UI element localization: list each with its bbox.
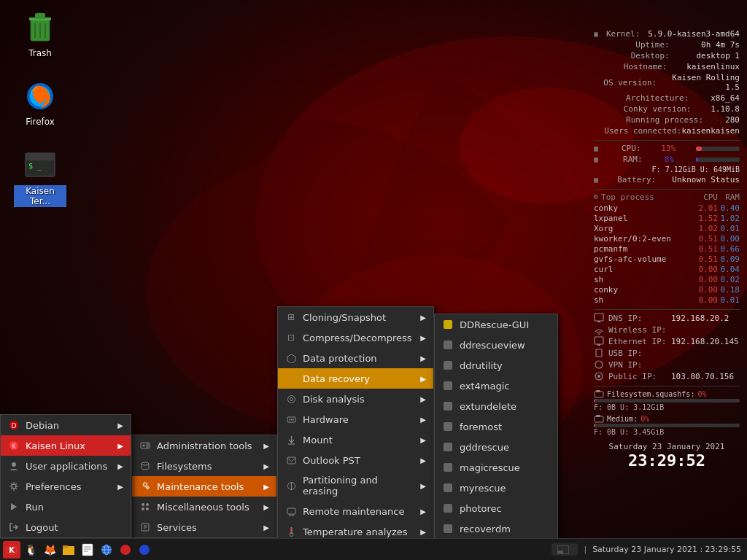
- taskbar-right-area: | Saturday 23 January 2021 : 23:29:55: [546, 543, 747, 556]
- svg-point-42: [142, 462, 149, 465]
- menu-item-recoverdm[interactable]: recoverdm: [435, 518, 557, 539]
- svg-point-35: [12, 484, 16, 489]
- kaisen-icon: K: [8, 440, 20, 451]
- menu-item-logout[interactable]: Logout: [1, 517, 131, 537]
- photorec-icon: [442, 502, 454, 514]
- svg-text:D: D: [12, 422, 17, 429]
- svg-point-44: [146, 503, 149, 506]
- menu-item-ddrescueview[interactable]: ddrescueview: [435, 335, 557, 355]
- taskbar-app-penguin[interactable]: 🐧: [22, 541, 39, 559]
- menu-item-foremost[interactable]: foremost: [435, 416, 557, 437]
- menu-item-filesystems[interactable]: Filesystems ▶: [132, 456, 276, 476]
- taskbar-window-item[interactable]: [551, 543, 578, 556]
- compress-icon: ⊡: [285, 332, 297, 343]
- menu-item-remote[interactable]: Remote maintenance ▶: [278, 501, 433, 521]
- run-label: Run: [26, 502, 44, 513]
- ddrutility-label: ddrutility: [460, 360, 503, 371]
- debian-arrow: ▶: [117, 421, 123, 429]
- preferences-icon: [8, 481, 20, 492]
- temperature-icon: [285, 526, 297, 537]
- ext4magic-label: ext4magic: [460, 381, 509, 392]
- data-recovery-icon: [285, 373, 297, 384]
- menu-item-run[interactable]: Run: [1, 497, 131, 517]
- hardware-icon: [285, 413, 297, 425]
- magicrescue-icon: [442, 462, 454, 473]
- menu-item-compress[interactable]: ⊡ Compress/Decompress ▶: [278, 327, 433, 348]
- ext4magic-icon: [442, 380, 454, 392]
- menu-item-partitioning[interactable]: Partitioning and erasing ▶: [278, 470, 433, 501]
- ddrescue-gui-icon: [442, 319, 454, 330]
- menu-item-admin[interactable]: Administration tools ▶: [132, 435, 276, 456]
- svg-point-54: [289, 419, 290, 420]
- menu-item-photorec[interactable]: photorec: [435, 498, 557, 518]
- main-menu: D Debian ▶ K Kaisen Linux ▶ User applica…: [0, 414, 131, 538]
- mount-icon: [285, 434, 297, 446]
- myrescue-label: myrescue: [460, 483, 506, 494]
- outlook-label: Outlook PST: [303, 455, 360, 466]
- menu-item-myrescue[interactable]: myrescue: [435, 478, 557, 498]
- mount-label: Mount: [303, 435, 333, 446]
- myrescue-icon: [442, 482, 454, 494]
- debian-icon: D: [8, 419, 20, 431]
- run-icon: [8, 501, 20, 513]
- taskbar-app-text[interactable]: [79, 541, 96, 559]
- partitioning-icon: [285, 480, 297, 491]
- menu-item-mount[interactable]: Mount ▶: [278, 429, 433, 450]
- preferences-label: Preferences: [26, 481, 81, 492]
- extundelete-label: extundelete: [460, 401, 516, 412]
- menu-item-ddrutility[interactable]: ddrutility: [435, 355, 557, 376]
- ddrescueview-label: ddrescueview: [460, 340, 525, 351]
- svg-rect-96: [557, 551, 563, 553]
- svg-point-52: [290, 397, 293, 400]
- taskbar-app-red-circle[interactable]: [117, 541, 134, 559]
- taskbar-separator: |: [584, 545, 587, 554]
- menu-item-disk[interactable]: Disk analysis ▶: [278, 389, 433, 409]
- temperature-label: Temperature analyzes: [303, 526, 408, 537]
- menu-item-debian[interactable]: D Debian ▶: [1, 415, 131, 435]
- gddrescue-icon: [442, 441, 454, 453]
- menu-item-gddrescue[interactable]: gddrescue: [435, 437, 557, 457]
- menu-item-ddrescue-gui[interactable]: DDRescue-GUI: [435, 314, 557, 335]
- kaisen-arrow: ▶: [117, 442, 123, 450]
- data-recovery-label: Data recovery: [303, 373, 370, 384]
- menu-item-cloning[interactable]: ⊞ Cloning/Snapshot ▶: [278, 307, 433, 327]
- svg-point-45: [142, 508, 144, 510]
- menu-overlay: D Debian ▶ K Kaisen Linux ▶ User applica…: [0, 0, 747, 560]
- services-label: Services: [157, 522, 197, 533]
- menu-item-magicrescue[interactable]: magicrescue: [435, 457, 557, 478]
- kaisen-label: Kaisen Linux: [26, 440, 85, 451]
- menu-item-maintenance[interactable]: Maintenance tools ▶: [132, 476, 276, 497]
- taskbar-app-globe[interactable]: [98, 541, 115, 559]
- kaisen-submenu: Administration tools ▶ Filesystems ▶ Mai…: [131, 435, 277, 538]
- maintenance-label: Maintenance tools: [157, 481, 244, 492]
- svg-point-46: [146, 508, 149, 510]
- menu-item-extundelete[interactable]: extundelete: [435, 396, 557, 416]
- menu-item-outlook[interactable]: Outlook PST ▶: [278, 450, 433, 470]
- ddrutility-icon: [442, 359, 454, 371]
- menu-item-misc[interactable]: Miscellaneous tools ▶: [132, 497, 276, 517]
- menu-item-user-apps[interactable]: User applications ▶: [1, 456, 131, 476]
- menu-item-ext4magic[interactable]: ext4magic: [435, 376, 557, 396]
- menu-item-kaisen[interactable]: K Kaisen Linux ▶: [1, 435, 131, 456]
- taskbar-app-menu[interactable]: K: [3, 541, 20, 559]
- svg-point-56: [293, 419, 294, 420]
- gddrescue-label: gddrescue: [460, 442, 509, 453]
- menu-item-hardware[interactable]: Hardware ▶: [278, 409, 433, 429]
- misc-label: Miscellaneous tools: [157, 502, 249, 513]
- taskbar-app-filemanager[interactable]: [60, 541, 77, 559]
- svg-point-38: [143, 445, 145, 447]
- menu-item-services[interactable]: Services ▶: [132, 517, 276, 537]
- remote-icon: [285, 505, 297, 517]
- cloning-label: Cloning/Snapshot: [303, 312, 386, 323]
- data-protection-label: Data protection: [303, 353, 377, 364]
- cloning-icon: ⊞: [285, 311, 297, 323]
- taskbar-app-firefox[interactable]: 🦊: [41, 541, 58, 559]
- svg-rect-58: [287, 457, 295, 464]
- compress-label: Compress/Decompress: [303, 332, 412, 343]
- taskbar-app-blue-circle[interactable]: [136, 541, 153, 559]
- menu-item-data-protection[interactable]: Data protection ▶: [278, 348, 433, 368]
- menu-item-data-recovery[interactable]: Data recovery ▶: [278, 368, 433, 389]
- ddrescue-gui-label: DDRescue-GUI: [460, 319, 529, 330]
- menu-item-preferences[interactable]: Preferences ▶: [1, 476, 131, 497]
- foremost-label: foremost: [460, 421, 502, 432]
